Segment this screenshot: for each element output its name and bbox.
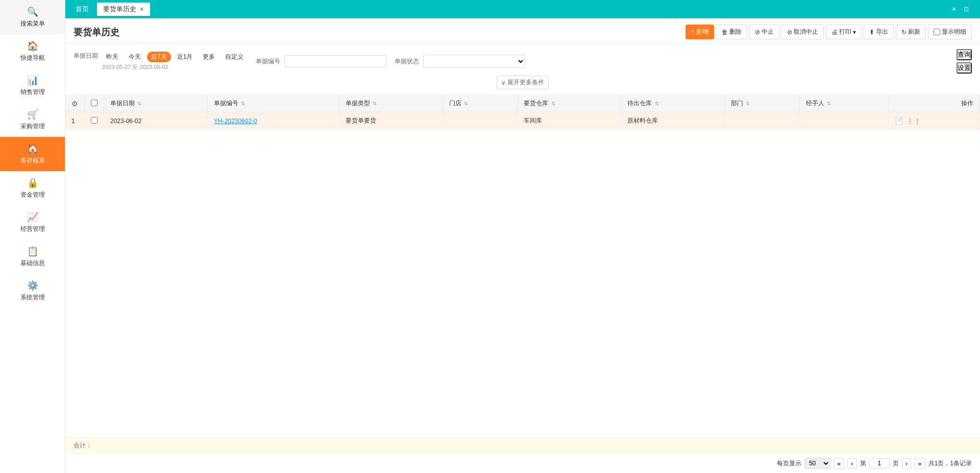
row-bill-type: 要货单要货 — [339, 112, 443, 130]
tab-close-icon[interactable]: ✕ — [139, 6, 144, 13]
next-page-button[interactable]: › — [902, 458, 911, 469]
row-more-icon[interactable]: ⋮⋮ — [906, 117, 921, 125]
sidebar-item-label: 搜索菜单 — [20, 19, 45, 28]
sidebar-item-label: 经营管理 — [20, 225, 45, 233]
bill-no-input[interactable] — [284, 55, 386, 67]
sidebar-item-inventory[interactable]: 🏠 库存核算 — [0, 137, 65, 171]
sidebar-item-label: 基础信息 — [20, 259, 45, 268]
page-number-input[interactable] — [869, 458, 890, 468]
prev-page-button[interactable]: ‹ — [847, 458, 856, 469]
bill-no-label: 单据编号 — [256, 57, 280, 66]
cancel-stop-label: 取消中止 — [794, 28, 818, 36]
col-req-warehouse-sort-icon[interactable]: ⇅ — [551, 101, 555, 106]
row-bill-no: YH-20230602-0 — [208, 112, 339, 130]
col-department-sort-icon[interactable]: ⇅ — [746, 101, 750, 106]
first-page-button[interactable]: « — [834, 458, 844, 469]
date-opt-more[interactable]: 更多 — [199, 52, 219, 62]
col-actions-label: 操作 — [961, 100, 973, 107]
sidebar-item-label: 快捷导航 — [20, 54, 45, 62]
sidebar-item-sales[interactable]: 📊 销售管理 — [0, 68, 65, 103]
sidebar-item-label: 资金管理 — [20, 191, 45, 199]
sidebar-item-search-menu[interactable]: 🔍 搜索菜单 — [0, 0, 65, 34]
display-cell-button[interactable]: 显示明细 — [928, 25, 972, 39]
sidebar-item-purchase[interactable]: 🛒 采购管理 — [0, 103, 65, 137]
col-date-sort-icon[interactable]: ⇅ — [137, 101, 141, 106]
filter-row-1: 单据日期 昨天 今天 近7天 近1月 更多 自定义 2023-05-27 至 2… — [74, 49, 972, 74]
refresh-icon: ↻ — [901, 29, 906, 36]
refresh-button[interactable]: ↻ 刷新 — [896, 25, 926, 39]
col-bill-no-sort-icon[interactable]: ⇅ — [241, 101, 245, 106]
tab-requisition-history[interactable]: 要货单历史 ✕ — [97, 3, 150, 16]
col-pending-warehouse-label: 待出仓库 — [627, 100, 652, 107]
print-icon: 🖨 — [831, 29, 838, 36]
main-area: 首页 要货单历史 ✕ ✕ ⊡ 要货单历史 + 新增 🗑 — [65, 0, 980, 473]
date-opt-today[interactable]: 今天 — [125, 52, 145, 62]
pagination: 每页显示 50 100 « ‹ 第 页 › » 共1页，1条记录 — [65, 453, 980, 473]
bill-status-select[interactable] — [423, 55, 525, 68]
table-body: 1 2023-06-02 YH-20230602-0 要货单要货 车间库 原材料… — [65, 112, 980, 130]
delete-icon: 🗑 — [722, 29, 728, 36]
add-button[interactable]: + 新增 — [685, 25, 714, 39]
chevron-down-icon: ∨ — [501, 79, 506, 86]
date-opt-custom[interactable]: 自定义 — [221, 52, 248, 62]
settings-button[interactable]: 设置 — [957, 62, 972, 74]
stop-button[interactable]: ⊘ 中止 — [749, 25, 779, 39]
delete-button[interactable]: 🗑 删除 — [716, 25, 747, 39]
finance-icon: 🔒 — [27, 177, 38, 188]
per-page-select[interactable]: 50 100 — [804, 458, 830, 469]
window-resize-button[interactable]: ⊡ — [961, 5, 972, 14]
window-close-icon: ✕ — [951, 6, 957, 13]
col-pending-warehouse-sort-icon[interactable]: ⇅ — [655, 101, 659, 106]
col-store-sort-icon[interactable]: ⇅ — [464, 101, 468, 106]
bill-no-filter: 单据编号 — [256, 55, 386, 67]
date-filter-label: 单据日期 — [74, 52, 98, 60]
sidebar-item-finance[interactable]: 🔒 资金管理 — [0, 171, 65, 205]
sales-icon: 📊 — [27, 75, 38, 86]
search-menu-icon: 🔍 — [27, 6, 38, 17]
export-label: 导出 — [876, 28, 888, 36]
date-opt-yesterday[interactable]: 昨天 — [102, 52, 122, 62]
sidebar-item-operations[interactable]: 📈 经营管理 — [0, 205, 65, 240]
row-edit-icon[interactable]: 📄 — [895, 117, 903, 125]
sidebar-item-quick-nav[interactable]: 🏠 快捷导航 — [0, 34, 65, 68]
purchase-icon: 🛒 — [27, 109, 38, 120]
col-handler-sort-icon[interactable]: ⇅ — [827, 101, 831, 106]
display-cell-checkbox[interactable] — [934, 29, 940, 35]
table-col-checkbox — [85, 95, 104, 112]
tab-home[interactable]: 首页 — [69, 3, 95, 16]
print-button[interactable]: 🖨 打印 ▾ — [826, 25, 862, 39]
col-bill-type-sort-icon[interactable]: ⇅ — [373, 101, 377, 106]
page-header: 要货单历史 + 新增 🗑 删除 ⊘ 中止 ⊘ 取消中止 🖨 — [65, 18, 980, 44]
cancel-stop-button[interactable]: ⊘ 取消中止 — [781, 25, 824, 39]
table-col-req-warehouse: 要货仓库 ⇅ — [518, 95, 621, 112]
settings-label: 设置 — [958, 64, 971, 72]
row-bill-no-link[interactable]: YH-20230602-0 — [214, 117, 257, 125]
date-opt-1month[interactable]: 近1月 — [173, 52, 197, 62]
table-select-all-checkbox[interactable] — [91, 100, 97, 106]
sidebar-item-system[interactable]: ⚙️ 系统管理 — [0, 274, 65, 308]
table-gear-icon[interactable]: ⚙ — [71, 100, 78, 108]
stop-label: 中止 — [762, 28, 774, 36]
expand-conditions-button[interactable]: ∨ 展开更多条件 — [497, 76, 549, 89]
query-label: 查询 — [958, 51, 971, 58]
window-resize-icon: ⊡ — [964, 6, 969, 13]
stop-icon: ⊘ — [755, 29, 760, 36]
refresh-label: 刷新 — [908, 28, 920, 36]
col-bill-type-label: 单据类型 — [346, 100, 370, 107]
date-range-display: 2023-05-27 至 2023-06-02 — [102, 63, 248, 71]
summary-label: 合计： — [74, 442, 92, 449]
table-col-bill-type: 单据类型 ⇅ — [339, 95, 443, 112]
col-handler-label: 经手人 — [806, 100, 824, 107]
row-select-checkbox[interactable] — [91, 117, 97, 124]
export-button[interactable]: ⬆ 导出 — [864, 25, 894, 39]
delete-label: 删除 — [729, 28, 742, 36]
expand-row: ∨ 展开更多条件 — [74, 76, 972, 89]
query-button[interactable]: 查询 — [957, 49, 972, 60]
row-checkbox — [85, 112, 104, 130]
query-buttons: 查询 设置 — [957, 49, 972, 74]
col-bill-no-label: 单据编号 — [214, 100, 238, 107]
sidebar-item-basic-info[interactable]: 📋 基础信息 — [0, 240, 65, 274]
last-page-button[interactable]: » — [914, 458, 925, 469]
window-close-button[interactable]: ✕ — [948, 5, 960, 14]
date-opt-7days[interactable]: 近7天 — [147, 52, 171, 62]
